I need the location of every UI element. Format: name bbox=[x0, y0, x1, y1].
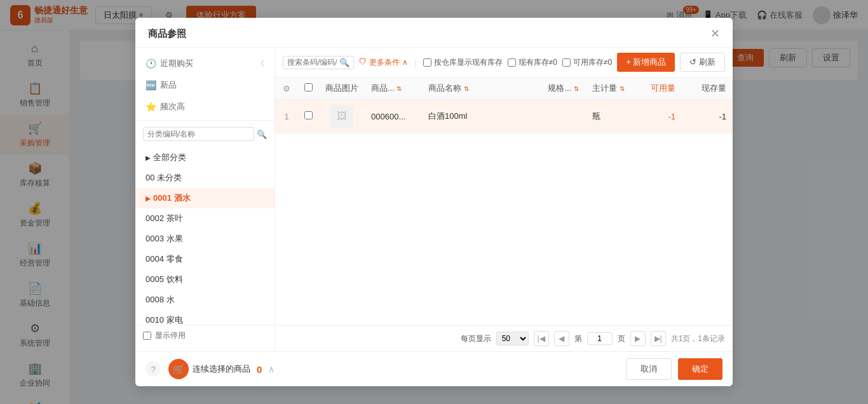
first-page-button[interactable]: |◀ bbox=[534, 331, 549, 346]
col-header-spec[interactable]: 规格... ⇅ bbox=[541, 77, 586, 100]
recent-icon: 🕐 bbox=[146, 58, 156, 69]
col-name-label: 商品名称 bbox=[428, 83, 461, 93]
show-disabled-label: 显示停用 bbox=[155, 330, 186, 341]
table-toolbar: 🔍 ⛉ 更多条件 ∧ | 按仓库显示现有库存 现有库存≠0 bbox=[275, 48, 733, 77]
cart-area[interactable]: 🛒 连续选择的商品 0 ∧ bbox=[168, 359, 275, 379]
nav-frequent[interactable]: ⭐ 频次高 bbox=[135, 96, 275, 118]
cart-collapse-icon[interactable]: ∧ bbox=[268, 364, 275, 374]
page-word2: 页 bbox=[618, 333, 625, 344]
check-warehouse-label: 按仓库显示现有库存 bbox=[434, 57, 503, 68]
add-product-button[interactable]: + 新增商品 bbox=[617, 53, 675, 72]
check-stock-ne0[interactable]: 现有库存≠0 bbox=[508, 57, 557, 68]
collapse-icon[interactable]: 《 bbox=[257, 58, 264, 69]
product-image: 🖼 bbox=[330, 105, 353, 128]
cancel-button[interactable]: 取消 bbox=[626, 358, 672, 380]
check-avail-ne0[interactable]: 可用库存≠0 bbox=[562, 57, 612, 68]
refresh-table-button[interactable]: ↺ 刷新 bbox=[680, 53, 725, 72]
row-img: 🖼 bbox=[319, 100, 365, 133]
left-footer: 显示停用 bbox=[135, 325, 275, 346]
cat-0003[interactable]: 0003 水果 bbox=[135, 229, 275, 249]
table-body: 1 🖼 000600... 白酒100ml 瓶 bbox=[275, 100, 733, 133]
col-unit-label: 主计量 bbox=[592, 83, 617, 93]
category-search-input[interactable] bbox=[143, 127, 254, 141]
help-icon-char: ? bbox=[151, 365, 155, 374]
page-number-input[interactable] bbox=[587, 332, 613, 345]
filter-label: 更多条件 bbox=[369, 57, 400, 68]
per-page-label: 每页显示 bbox=[461, 333, 491, 344]
product-reference-modal: 商品参照 ✕ 🕐 近期购买 《 🆕 新品 ⭐ 频次高 bbox=[135, 18, 733, 386]
col-header-unit[interactable]: 主计量 ⇅ bbox=[586, 77, 631, 100]
table-pagination: 每页显示 50 20 100 |◀ ◀ 第 页 ▶ ▶| 共1页，1条记录 bbox=[275, 325, 733, 351]
cat-0010[interactable]: 0010 家电 bbox=[135, 310, 275, 325]
footer-buttons: 取消 确定 bbox=[626, 358, 722, 380]
nav-frequent-label: 频次高 bbox=[160, 101, 185, 112]
cat-all-arrow: ▶ bbox=[146, 154, 151, 161]
filter-arrow-icon: ∧ bbox=[402, 58, 408, 67]
category-search-icon[interactable]: 🔍 bbox=[257, 130, 267, 139]
row-unit: 瓶 bbox=[586, 100, 631, 133]
filter-more-button[interactable]: ⛉ 更多条件 ∧ bbox=[359, 57, 408, 68]
modal-close-button[interactable]: ✕ bbox=[710, 27, 720, 41]
last-page-button[interactable]: ▶| bbox=[651, 331, 666, 346]
toolbar-right: + 新增商品 ↺ 刷新 bbox=[617, 53, 725, 72]
row-num: 1 bbox=[275, 100, 298, 133]
prev-page-button[interactable]: ◀ bbox=[554, 331, 569, 346]
cat-0008-label: 0008 水 bbox=[146, 294, 175, 306]
cat-all[interactable]: ▶ 全部分类 bbox=[135, 147, 275, 168]
select-all-checkbox[interactable] bbox=[304, 83, 313, 91]
sort-spec-icon: ⇅ bbox=[574, 85, 579, 92]
row-code: 000600... bbox=[365, 100, 422, 133]
col-header-settings[interactable]: ⚙ bbox=[275, 77, 298, 100]
nav-new[interactable]: 🆕 新品 bbox=[135, 74, 275, 96]
page-word: 第 bbox=[574, 333, 582, 344]
show-disabled-checkbox[interactable] bbox=[143, 332, 151, 340]
product-search-icon[interactable]: 🔍 bbox=[339, 58, 349, 67]
filter-separator: | bbox=[414, 58, 416, 67]
table-header-row: ⚙ 商品图片 商品... ⇅ 商品名称 bbox=[275, 77, 733, 100]
col-spec-label: 规格... bbox=[548, 83, 571, 93]
warehouse-checkbox[interactable] bbox=[423, 58, 431, 67]
cat-0008[interactable]: 0008 水 bbox=[135, 290, 275, 310]
help-button[interactable]: ? bbox=[146, 361, 161, 377]
table-row[interactable]: 1 🖼 000600... 白酒100ml 瓶 bbox=[275, 100, 733, 133]
check-warehouse[interactable]: 按仓库显示现有库存 bbox=[423, 57, 503, 68]
avail-ne0-checkbox[interactable] bbox=[562, 58, 571, 67]
confirm-button[interactable]: 确定 bbox=[678, 358, 722, 380]
product-search-bar: 🔍 bbox=[283, 56, 354, 69]
col-header-stock: 现存量 bbox=[682, 77, 733, 100]
frequent-icon: ⭐ bbox=[146, 102, 156, 112]
col-header-name[interactable]: 商品名称 ⇅ bbox=[422, 77, 541, 100]
modal-body: 🕐 近期购买 《 🆕 新品 ⭐ 频次高 🔍 bbox=[135, 48, 733, 351]
modal-footer: ? 🛒 连续选择的商品 0 ∧ 取消 确定 bbox=[135, 351, 733, 386]
modal-title: 商品参照 bbox=[148, 28, 186, 40]
modal-overlay: 商品参照 ✕ 🕐 近期购买 《 🆕 新品 ⭐ 频次高 bbox=[0, 0, 868, 404]
per-page-select[interactable]: 50 20 100 bbox=[496, 332, 529, 346]
cart-count: 0 bbox=[257, 364, 262, 375]
cat-0002[interactable]: 0002 茶叶 bbox=[135, 208, 275, 229]
nav-new-label: 新品 bbox=[160, 79, 177, 91]
cat-0003-label: 0003 水果 bbox=[146, 233, 183, 245]
nav-recent[interactable]: 🕐 近期购买 《 bbox=[135, 53, 275, 74]
row-spec bbox=[541, 100, 586, 133]
cart-icon: 🛒 bbox=[168, 359, 189, 379]
cat-0001[interactable]: ▶ 0001 酒水 bbox=[135, 188, 275, 208]
cat-00-label: 00 未分类 bbox=[146, 172, 182, 184]
page-info: 共1页，1条记录 bbox=[671, 333, 725, 344]
col-header-avail: 可用量 bbox=[631, 77, 682, 100]
stock-ne0-checkbox[interactable] bbox=[508, 58, 516, 67]
col-header-check bbox=[298, 77, 319, 100]
cat-00[interactable]: 00 未分类 bbox=[135, 168, 275, 188]
next-page-button[interactable]: ▶ bbox=[630, 331, 646, 346]
cat-0005[interactable]: 0005 饮料 bbox=[135, 269, 275, 290]
check-avail-label: 可用库存≠0 bbox=[573, 57, 612, 68]
row-check[interactable] bbox=[298, 100, 319, 133]
right-panel: 🔍 ⛉ 更多条件 ∧ | 按仓库显示现有库存 现有库存≠0 bbox=[275, 48, 733, 351]
product-search-input[interactable] bbox=[287, 58, 337, 67]
cat-0005-label: 0005 饮料 bbox=[146, 274, 183, 285]
row-checkbox[interactable] bbox=[304, 111, 313, 119]
col-header-code[interactable]: 商品... ⇅ bbox=[365, 77, 422, 100]
cat-0004-label: 0004 零食 bbox=[146, 253, 183, 265]
modal-header: 商品参照 ✕ bbox=[135, 18, 733, 48]
cat-0004[interactable]: 0004 零食 bbox=[135, 249, 275, 269]
col-header-img: 商品图片 bbox=[319, 77, 365, 100]
